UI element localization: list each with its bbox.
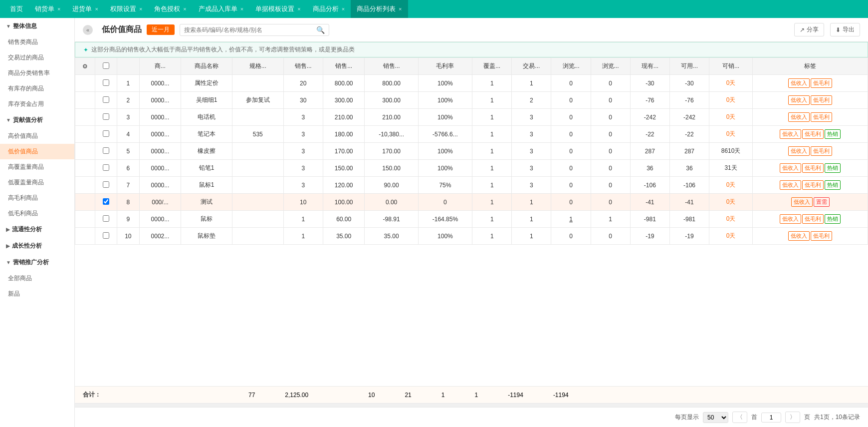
- col-stock-available[interactable]: 可用...: [669, 58, 709, 75]
- nav-purchase[interactable]: 进货单 ×: [66, 0, 104, 18]
- close-roles-icon[interactable]: ×: [183, 6, 186, 12]
- col-gross-rate[interactable]: 毛利率: [418, 58, 472, 75]
- export-btn[interactable]: ⬇ 导出: [830, 23, 860, 36]
- search-icon[interactable]: 🔍: [316, 26, 325, 34]
- row-checkbox[interactable]: [103, 215, 109, 222]
- sidebar-item-stock-capital[interactable]: 库存资金占用: [0, 96, 74, 112]
- close-products-icon[interactable]: ×: [240, 6, 243, 12]
- cell-browse1[interactable]: 0: [551, 92, 591, 109]
- select-all-checkbox[interactable]: [103, 62, 109, 69]
- sidebar-item-high-margin[interactable]: 高毛利商品: [0, 190, 74, 206]
- browse1-link[interactable]: 0: [569, 80, 573, 87]
- col-tags[interactable]: 标签: [753, 58, 868, 75]
- nav-template[interactable]: 单据模板设置 ×: [249, 0, 306, 18]
- sidebar-item-low-value[interactable]: 低价值商品: [0, 144, 74, 159]
- sidebar-item-low-coverage[interactable]: 低覆盖量商品: [0, 175, 74, 190]
- col-stock-current[interactable]: 现有...: [630, 58, 669, 75]
- row-checkbox[interactable]: [103, 79, 109, 86]
- close-analysis-icon[interactable]: ×: [342, 6, 345, 12]
- cell-checkbox[interactable]: [95, 194, 117, 211]
- col-coverage[interactable]: 覆盖...: [472, 58, 512, 75]
- col-checkbox[interactable]: [95, 58, 117, 75]
- browse1-link[interactable]: 1: [569, 216, 573, 223]
- nav-analysis-list[interactable]: 商品分析列表 ×: [351, 0, 408, 18]
- cell-browse1[interactable]: 0: [551, 143, 591, 160]
- cell-checkbox[interactable]: [95, 160, 117, 177]
- sidebar-item-traded[interactable]: 交易过的商品: [0, 50, 74, 65]
- col-name[interactable]: 商品名称: [181, 58, 232, 75]
- nav-permissions[interactable]: 权限设置 ×: [104, 0, 148, 18]
- col-spec[interactable]: 规格...: [232, 58, 283, 75]
- sidebar-item-high-coverage[interactable]: 高覆盖量商品: [0, 159, 74, 175]
- cell-browse1[interactable]: 0: [551, 126, 591, 143]
- sidebar-item-new-goods[interactable]: 新品: [0, 286, 74, 302]
- nav-analysis[interactable]: 商品分析 ×: [307, 0, 351, 18]
- sidebar-item-sales-goods[interactable]: 销售类商品: [0, 34, 74, 50]
- col-settings[interactable]: ⚙: [75, 58, 95, 75]
- sidebar-group-growth[interactable]: ▶ 成长性分析: [0, 238, 74, 254]
- last-page-btn[interactable]: 〉: [785, 412, 800, 423]
- browse1-link[interactable]: 0: [569, 131, 573, 138]
- col-sale-profit[interactable]: 销售...: [365, 58, 418, 75]
- close-sales-icon[interactable]: ×: [57, 6, 60, 12]
- search-input[interactable]: [184, 26, 316, 33]
- col-code[interactable]: 商...: [139, 58, 181, 75]
- close-purchase-icon[interactable]: ×: [95, 6, 98, 12]
- row-checkbox[interactable]: [103, 130, 109, 137]
- col-browse1[interactable]: 浏览...: [551, 58, 591, 75]
- col-browse2[interactable]: 浏览...: [591, 58, 630, 75]
- cell-browse1[interactable]: 0: [551, 177, 591, 194]
- cell-browse1[interactable]: 0: [551, 194, 591, 211]
- sidebar-group-overview[interactable]: ▼ 整体信息: [0, 18, 74, 34]
- row-checkbox[interactable]: [103, 232, 109, 239]
- browse1-link[interactable]: 0: [569, 114, 573, 121]
- browse1-link[interactable]: 0: [569, 199, 573, 206]
- browse1-link[interactable]: 0: [569, 148, 573, 155]
- sidebar-group-circulation[interactable]: ▶ 流通性分析: [0, 221, 74, 238]
- sidebar-group-contribution[interactable]: ▼ 贡献值分析: [0, 112, 74, 128]
- cell-browse1[interactable]: 0: [551, 228, 591, 245]
- filter-recent-month-btn[interactable]: 近一月: [147, 24, 175, 35]
- col-trade[interactable]: 交易...: [512, 58, 551, 75]
- nav-products[interactable]: 产成品入库单 ×: [193, 0, 249, 18]
- cell-checkbox[interactable]: [95, 211, 117, 228]
- sidebar-item-with-stock[interactable]: 有库存的商品: [0, 81, 74, 96]
- cell-checkbox[interactable]: [95, 177, 117, 194]
- sidebar-item-all-goods[interactable]: 全部商品: [0, 271, 74, 286]
- table-scroll-bar[interactable]: [75, 403, 868, 407]
- sidebar-item-low-margin[interactable]: 低毛利商品: [0, 206, 74, 221]
- cell-checkbox[interactable]: [95, 228, 117, 245]
- first-page-btn[interactable]: 〈: [732, 412, 747, 423]
- cell-checkbox[interactable]: [95, 126, 117, 143]
- cell-browse1[interactable]: 0: [551, 109, 591, 126]
- row-checkbox[interactable]: [103, 164, 109, 171]
- cell-checkbox[interactable]: [95, 75, 117, 92]
- cell-browse1[interactable]: 0: [551, 160, 591, 177]
- browse1-link[interactable]: 0: [569, 97, 573, 104]
- col-sale-qty[interactable]: 销售...: [283, 58, 323, 75]
- row-checkbox[interactable]: [103, 96, 109, 103]
- nav-roles[interactable]: 角色授权 ×: [148, 0, 192, 18]
- per-page-select[interactable]: 50 100: [703, 412, 728, 423]
- nav-sales[interactable]: 销货单 ×: [29, 0, 66, 18]
- cell-checkbox[interactable]: [95, 143, 117, 160]
- close-permissions-icon[interactable]: ×: [139, 6, 142, 12]
- browse1-link[interactable]: 0: [569, 165, 573, 172]
- row-checkbox[interactable]: [103, 198, 109, 205]
- cell-browse1[interactable]: 1: [551, 211, 591, 228]
- row-checkbox[interactable]: [103, 181, 109, 188]
- sidebar-item-high-value[interactable]: 高价值商品: [0, 128, 74, 144]
- col-sale-amount[interactable]: 销售...: [323, 58, 365, 75]
- collapse-btn[interactable]: «: [83, 25, 93, 35]
- row-checkbox[interactable]: [103, 113, 109, 120]
- col-stock-saleable[interactable]: 可销...: [709, 58, 753, 75]
- browse1-link[interactable]: 0: [569, 233, 573, 240]
- cell-checkbox[interactable]: [95, 92, 117, 109]
- nav-home[interactable]: 首页: [4, 0, 29, 18]
- sidebar-group-marketing[interactable]: ▼ 营销推广分析: [0, 254, 74, 271]
- row-checkbox[interactable]: [103, 147, 109, 154]
- browse1-link[interactable]: 0: [569, 182, 573, 189]
- page-number-input[interactable]: [761, 413, 781, 423]
- close-analysis-list-icon[interactable]: ×: [399, 6, 402, 12]
- cell-browse1[interactable]: 0: [551, 75, 591, 92]
